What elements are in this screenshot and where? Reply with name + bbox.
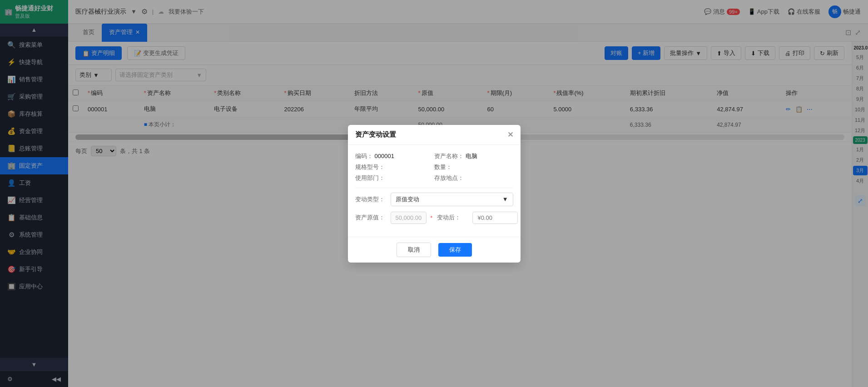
- after-change-required: *: [430, 214, 432, 221]
- modal-close-button[interactable]: ✕: [507, 130, 513, 139]
- original-value-display: 50,000.00: [396, 214, 422, 221]
- change-type-label: 变动类型：: [355, 195, 387, 203]
- modal-quantity-item: 数量：: [434, 163, 513, 171]
- original-value-label: 资产原值：: [355, 213, 387, 222]
- cancel-button[interactable]: 取消: [397, 243, 431, 257]
- modal-location-item: 存放地点：: [434, 174, 513, 182]
- original-value-row: 资产原值： 50,000.00 * 变动后：: [355, 212, 513, 224]
- modal-code-label: 编码：: [355, 152, 373, 160]
- after-change-label: 变动后：: [437, 213, 469, 222]
- modal-header: 资产变动设置 ✕: [348, 125, 521, 145]
- modal-code-item: 编码： 000001: [355, 152, 434, 160]
- modal-quantity-label: 数量：: [434, 163, 452, 171]
- modal-info-grid: 编码： 000001 资产名称： 电脑 规格型号： 数量： 使用部门：: [355, 152, 513, 182]
- save-button[interactable]: 保存: [438, 243, 472, 257]
- modal-asset-name-item: 资产名称： 电脑: [434, 152, 513, 160]
- change-type-row: 变动类型： 原值变动 ▼: [355, 193, 513, 206]
- modal-divider: [355, 188, 513, 188]
- modal-overlay[interactable]: 资产变动设置 ✕ 编码： 000001 资产名称： 电脑 规格型号： 数量：: [0, 0, 868, 387]
- modal-code-value: 000001: [375, 153, 394, 159]
- original-value-input: 50,000.00: [391, 212, 427, 224]
- modal-location-label: 存放地点：: [434, 174, 464, 182]
- modal-spec-item: 规格型号：: [355, 163, 434, 171]
- modal-asset-name-value: 电脑: [466, 152, 477, 160]
- asset-change-modal: 资产变动设置 ✕ 编码： 000001 资产名称： 电脑 规格型号： 数量：: [348, 125, 521, 263]
- modal-department-label: 使用部门：: [355, 174, 385, 182]
- modal-asset-name-label: 资产名称：: [434, 152, 464, 160]
- modal-spec-label: 规格型号：: [355, 163, 385, 171]
- change-type-dropdown-icon: ▼: [502, 196, 508, 203]
- modal-footer: 取消 保存: [348, 237, 521, 263]
- change-type-select[interactable]: 原值变动 ▼: [391, 193, 513, 206]
- after-change-input[interactable]: [472, 212, 518, 224]
- modal-department-item: 使用部门：: [355, 174, 434, 182]
- modal-body: 编码： 000001 资产名称： 电脑 规格型号： 数量： 使用部门：: [348, 145, 521, 237]
- change-type-value: 原值变动: [396, 195, 419, 203]
- modal-title: 资产变动设置: [355, 130, 396, 139]
